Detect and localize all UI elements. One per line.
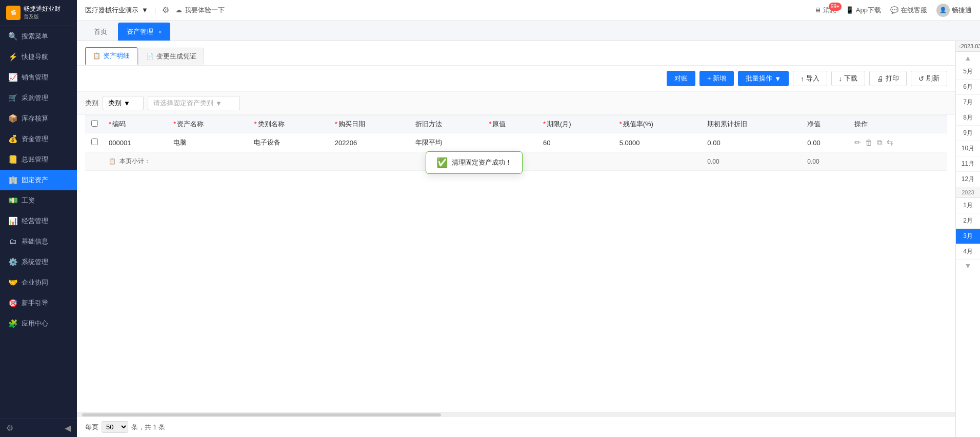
batch-button[interactable]: 批量操作 ▼ [738,71,789,86]
row-checkbox-cell [85,133,104,152]
row-code: 000001 [104,133,168,152]
tab-assets-mgmt[interactable]: 资产管理 × [118,23,170,41]
rs-month-7[interactable]: 7月 [956,95,980,110]
logo-subtitle: 普及版 [24,13,61,21]
toast-notification: ✅ 清理固定资产成功！ [426,151,523,174]
download-button[interactable]: ↓ 下载 [831,71,866,86]
rs-month-11[interactable]: 11月 [956,156,980,172]
search-icon: 🔍 [8,32,17,41]
sidebar: 畅 畅捷通好业财 普及版 🔍 搜索菜单 ⚡ 快捷导航 📈 销售管理 🛒 采购管理… [0,0,77,437]
sidebar-item-guide[interactable]: 🎯 新手引导 [0,293,77,313]
sidebar-item-sales[interactable]: 📈 销售管理 [0,67,77,88]
import-button[interactable]: ↑ 导入 [793,71,827,86]
th-checkbox [85,115,104,133]
sidebar-item-quicknav[interactable]: ⚡ 快捷导航 [0,47,77,67]
rs-month-12[interactable]: 12月 [956,172,980,187]
copy-icon[interactable]: ⧉ [877,138,883,147]
topbar-settings-icon[interactable]: ⚙ [162,5,169,15]
category-type-value: 类别 [108,98,122,108]
reconcile-label: 对账 [674,74,688,83]
row-category: 电子设备 [249,133,329,152]
total-text: 条，共 1 条 [131,423,165,432]
refresh-icon: ↺ [918,75,924,83]
rs-month-4[interactable]: 4月 [956,244,980,260]
rs-month-5[interactable]: 5月 [956,64,980,80]
quicknav-icon: ⚡ [8,52,17,62]
sidebar-item-capital[interactable]: 💰 资金管理 [0,129,77,149]
user-menu[interactable]: 👤 畅捷通 [936,4,972,17]
toolbar: 对账 + 新增 批量操作 ▼ ↑ 导入 ↓ 下载 🖨 [77,66,955,92]
apps-icon: 🧩 [8,319,17,328]
th-net-value: 净值 [802,115,849,133]
experience-btn[interactable]: ☁ 我要体验一下 [175,6,225,15]
category-type-select[interactable]: 类别 ▼ [103,96,144,110]
service-label: 在线客服 [901,6,927,15]
rs-month-10[interactable]: 10月 [956,141,980,156]
row-period: 60 [538,133,614,152]
category-placeholder: 请选择固定资产类别 [153,98,213,108]
reconcile-button[interactable]: 对账 [667,71,695,86]
row-original-value [484,133,538,152]
row-checkbox[interactable] [91,138,98,145]
sidebar-item-ledger[interactable]: 📒 总账管理 [0,149,77,170]
select-all-checkbox[interactable] [91,120,98,127]
rs-month-1[interactable]: 1月 [956,198,980,213]
sidebar-label-enterprise: 企业协同 [22,278,48,287]
message-icon: 🖥 [814,6,821,14]
sidebar-logo: 畅 畅捷通好业财 普及版 [0,0,77,26]
sidebar-item-inventory[interactable]: 📦 库存核算 [0,108,77,129]
settings-bottom-icon[interactable]: ⚙ [6,423,13,433]
sidebar-item-assets[interactable]: 🏢 固定资产 [0,170,77,190]
sidebar-item-purchase[interactable]: 🛒 采购管理 [0,88,77,108]
rs-month-8[interactable]: 8月 [956,110,980,126]
import-label: 导入 [806,74,819,83]
horizontal-scrollbar[interactable] [77,412,955,416]
sidebar-item-search[interactable]: 🔍 搜索菜单 [0,26,77,47]
app-download-btn[interactable]: 📱 App下载 [846,6,881,15]
rs-month-2[interactable]: 2月 [956,213,980,229]
subtab-change-voucher[interactable]: 📄 变更生成凭证 [138,48,204,65]
rs-month-3[interactable]: 3月 [956,229,980,244]
rs-month-9[interactable]: 9月 [956,126,980,141]
guide-icon: 🎯 [8,299,17,308]
sidebar-item-apps[interactable]: 🧩 应用中心 [0,313,77,334]
th-depreciation: 折旧方法 [410,115,484,133]
page-content: 📋 资产明细 📄 变更生成凭证 对账 + 新增 批量操作 [77,41,955,437]
online-service-btn[interactable]: 💬 在线客服 [890,6,927,15]
row-actions: ✏ 🗑 ⧉ ⇆ [849,133,947,152]
th-residual-rate: *残值率(%) [614,115,703,133]
collapse-icon[interactable]: ◀ [65,423,71,433]
scrollbar-thumb[interactable] [82,413,441,416]
tabbar: 首页 资产管理 × [77,21,980,41]
sidebar-item-salary[interactable]: 💵 工资 [0,190,77,211]
subtab-change-icon: 📄 [146,53,154,60]
tab-home[interactable]: 首页 [85,23,116,41]
rs-month-6[interactable]: 6月 [956,80,980,95]
subtab-asset-detail[interactable]: 📋 资产明细 [85,47,137,65]
print-button[interactable]: 🖨 打印 [869,71,907,86]
sidebar-item-operations[interactable]: 📊 经营管理 [0,211,77,231]
rs-scroll-down[interactable]: ▼ [956,260,980,272]
rs-scroll-up[interactable]: ▲ [956,52,980,64]
sidebar-nav: 🔍 搜索菜单 ⚡ 快捷导航 📈 销售管理 🛒 采购管理 📦 库存核算 💰 资金管… [0,26,77,419]
subtotal-net-value: 0.00 [802,152,849,171]
pagination: 每页 50 10 20 100 条，共 1 条 [77,416,955,437]
per-page-select[interactable]: 50 10 20 100 [102,421,128,433]
category-input[interactable]: 请选择固定资产类别 ▼ [148,96,240,110]
th-action: 操作 [849,115,947,133]
logo-icon: 畅 [6,6,21,20]
sidebar-item-basic[interactable]: 🗂 基础信息 [0,231,77,252]
tab-close-icon[interactable]: × [158,29,162,35]
more-icon[interactable]: ⇆ [887,138,893,147]
refresh-label: 刷新 [926,74,939,83]
refresh-button[interactable]: ↺ 刷新 [911,71,947,86]
delete-icon[interactable]: 🗑 [865,138,873,147]
sidebar-item-enterprise[interactable]: 🤝 企业协同 [0,272,77,293]
sidebar-item-system[interactable]: ⚙️ 系统管理 [0,252,77,272]
new-button[interactable]: + 新增 [699,71,734,86]
company-selector[interactable]: 医疗器械行业演示 ▼ [85,6,148,15]
row-net-value: 0.00 [802,133,849,152]
capital-icon: 💰 [8,134,17,144]
edit-icon[interactable]: ✏ [854,138,861,147]
message-btn[interactable]: 🖥 消息 99+ [814,6,836,15]
